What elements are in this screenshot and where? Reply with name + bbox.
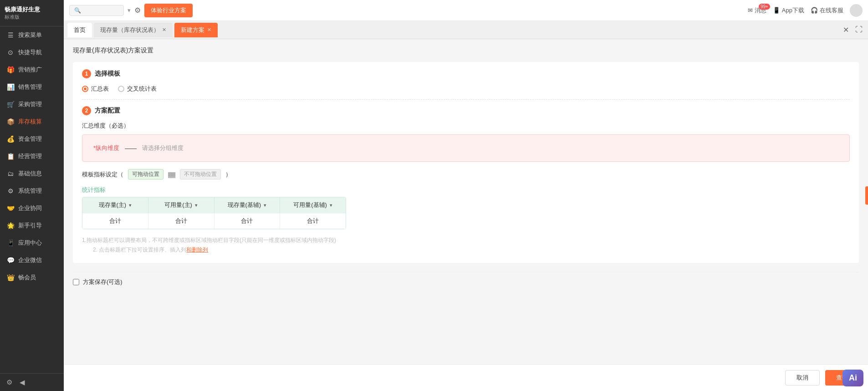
sidebar-item-marketing-label: 营销推广 (18, 66, 42, 74)
topbar-dropdown-icon[interactable]: ▾ (128, 7, 131, 14)
operations-icon: 📋 (6, 152, 15, 160)
sidebar-item-cooperation[interactable]: 🤝 企业协同 (0, 200, 64, 217)
trial-btn[interactable]: 体验行业方案 (144, 4, 193, 17)
stats-header-label-3: 可用量(基辅) (293, 201, 327, 209)
dimension-placeholder: 请选择分组维度 (142, 144, 184, 152)
sidebar-item-inventory[interactable]: 📦 库存核算 (0, 113, 64, 130)
tab-new-scheme[interactable]: 新建方案 ✕ (174, 23, 218, 37)
step2-title: 方案配置 (95, 107, 120, 115)
topbar-right: ✉ 消息 99+ 📱 App下载 🎧 在线客服 (748, 4, 863, 17)
message-btn[interactable]: ✉ 消息 99+ (748, 6, 766, 15)
tab-inventory-status-close-icon[interactable]: ✕ (162, 27, 166, 33)
tab-expand-icon[interactable]: ⛶ (853, 24, 864, 36)
sidebar-item-member[interactable]: 👑 畅会员 (0, 269, 64, 286)
ai-badge[interactable]: Ai (842, 370, 863, 386)
sidebar-item-finance[interactable]: 💰 资金管理 (0, 130, 64, 148)
topbar-search-area[interactable]: 🔍 (69, 5, 124, 16)
sidebar-logo: 畅康通好生意 标准版 (0, 0, 64, 26)
radio-summary-circle[interactable] (82, 86, 88, 92)
resize-handle[interactable] (865, 186, 868, 205)
sidebar-item-system[interactable]: ⚙ 系统管理 (0, 182, 64, 200)
content-area: 现存量(库存状况表)方案设置 1 选择模板 汇总表 交叉统计表 (64, 39, 868, 364)
sidebar-item-app-center[interactable]: 📱 应用中心 (0, 234, 64, 252)
sidebar-item-finance-label: 资金管理 (18, 135, 42, 143)
cancel-button[interactable]: 取消 (785, 370, 820, 386)
quick-nav-icon: ⊙ (6, 48, 15, 57)
radio-cross[interactable]: 交叉统计表 (118, 85, 157, 93)
tab-close-all-icon[interactable]: ✕ (841, 24, 851, 36)
tab-new-scheme-label: 新建方案 (181, 26, 204, 34)
wechat-icon: 💬 (6, 256, 15, 264)
stats-header-cell-1[interactable]: 可用量(主) ▾ (148, 197, 214, 213)
step1-number: 1 (82, 69, 91, 78)
sidebar-item-quick-nav[interactable]: ⊙ 快捷导航 (0, 44, 64, 61)
message-badge: 99+ (759, 4, 770, 10)
message-icon: ✉ (748, 7, 753, 14)
sidebar-item-sales[interactable]: 📊 销售管理 (0, 78, 64, 96)
cooperation-icon: 🤝 (6, 204, 15, 212)
app-center-icon: 📱 (6, 239, 15, 247)
radio-cross-circle[interactable] (118, 86, 124, 92)
finance-icon: 💰 (6, 135, 15, 143)
tab-new-scheme-close-icon[interactable]: ✕ (207, 27, 211, 33)
indicator-not-draggable-badge: 不可拖动位置 (180, 169, 221, 180)
sidebar-item-app-center-label: 应用中心 (18, 239, 42, 247)
stats-label: 统计指标 (82, 186, 850, 194)
sidebar-item-operations[interactable]: 📋 经营管理 (0, 148, 64, 165)
app-download-btn[interactable]: 📱 App下载 (773, 6, 804, 15)
tip2: 2. 点击标题栏下拉可设置排序、插入列和删除列 (82, 246, 850, 254)
tip2-link[interactable]: 和删除列 (186, 247, 208, 253)
tab-home[interactable]: 首页 (67, 23, 92, 37)
step1-header: 1 选择模板 (82, 69, 850, 78)
radio-cross-label: 交叉统计表 (127, 85, 157, 93)
stats-header-cell-0[interactable]: 现存量(主) ▾ (82, 197, 148, 213)
tab-inventory-status[interactable]: 现存量（库存状况表） ✕ (94, 23, 173, 37)
indicator-settings-row: 模板指标设定（ 可拖动位置 ▓▓ 不可拖动位置 ） (82, 169, 850, 180)
chevron-down-icon-1[interactable]: ▾ (195, 202, 198, 208)
radio-summary[interactable]: 汇总表 (82, 85, 109, 93)
topbar: 🔍 ▾ ⚙ 体验行业方案 ✉ 消息 99+ 📱 App下载 🎧 在线客服 (64, 0, 868, 21)
sidebar-item-marketing[interactable]: 🎁 营销推广 (0, 61, 64, 78)
online-service-btn[interactable]: 🎧 在线客服 (811, 6, 843, 15)
stats-table-header: 现存量(主) ▾ 可用量(主) ▾ 现存量(基辅) ▾ 可用量(基辅) ▾ (82, 197, 346, 213)
main-area: 🔍 ▾ ⚙ 体验行业方案 ✉ 消息 99+ 📱 App下载 🎧 在线客服 (64, 0, 868, 391)
sidebar-item-search-menu-label: 搜索菜单 (18, 31, 42, 39)
stats-header-cell-2[interactable]: 现存量(基辅) ▾ (214, 197, 281, 213)
sidebar-item-purchase-label: 采购管理 (18, 100, 42, 108)
sidebar-toggle-icon[interactable]: ◀ (20, 378, 25, 386)
sidebar-item-sales-label: 销售管理 (18, 83, 42, 91)
app-edition: 标准版 (5, 14, 59, 21)
chevron-down-icon-2[interactable]: ▾ (264, 202, 266, 208)
app-name: 畅康通好生意 (5, 5, 59, 14)
search-menu-icon: ☰ (6, 31, 15, 39)
sidebar-item-quick-nav-label: 快捷导航 (18, 48, 42, 57)
chevron-down-icon-0[interactable]: ▾ (129, 202, 132, 208)
chevron-down-icon-3[interactable]: ▾ (330, 202, 332, 208)
sidebar-item-newbie-label: 新手引导 (18, 221, 42, 230)
settings-card: 1 选择模板 汇总表 交叉统计表 2 方案配置 汇总维度（ (73, 62, 859, 263)
inventory-icon: 📦 (6, 118, 15, 126)
page-title: 现存量(库存状况表)方案设置 (73, 46, 859, 55)
sidebar-item-search-menu[interactable]: ☰ 搜索菜单 (0, 26, 64, 44)
user-avatar[interactable] (850, 4, 863, 17)
dimension-box[interactable]: *纵向维度 —— 请选择分组维度 (82, 134, 850, 162)
save-checkbox[interactable] (73, 279, 79, 285)
tip1: 1.拖动标题栏可以调整布局，不可跨维度或指标区域拖动栏目字段(只能在同一维度或指… (82, 237, 850, 244)
indicator-draggable-badge: 可拖动位置 (128, 169, 163, 180)
step1-title: 选择模板 (95, 70, 120, 78)
sidebar-item-basic[interactable]: 🗂 基础信息 (0, 165, 64, 182)
member-icon: 👑 (6, 273, 15, 282)
service-label: 在线客服 (820, 6, 843, 15)
step2-number: 2 (82, 106, 91, 115)
sidebar-item-wechat[interactable]: 💬 企业微信 (0, 252, 64, 269)
radio-summary-label: 汇总表 (91, 85, 109, 93)
dimension-required-label: *纵向维度 (93, 144, 119, 152)
topbar-gear-icon[interactable]: ⚙ (134, 6, 141, 15)
sidebar-item-newbie[interactable]: 🌟 新手引导 (0, 217, 64, 234)
indicator-settings-suffix: ） (225, 170, 231, 179)
sidebar-settings-icon[interactable]: ⚙ (6, 378, 12, 386)
sidebar-item-cooperation-label: 企业协同 (18, 204, 42, 212)
sidebar-item-purchase[interactable]: 🛒 采购管理 (0, 96, 64, 113)
stats-body-cell-0-1: 合计 (148, 213, 214, 229)
stats-header-cell-3[interactable]: 可用量(基辅) ▾ (280, 197, 346, 213)
